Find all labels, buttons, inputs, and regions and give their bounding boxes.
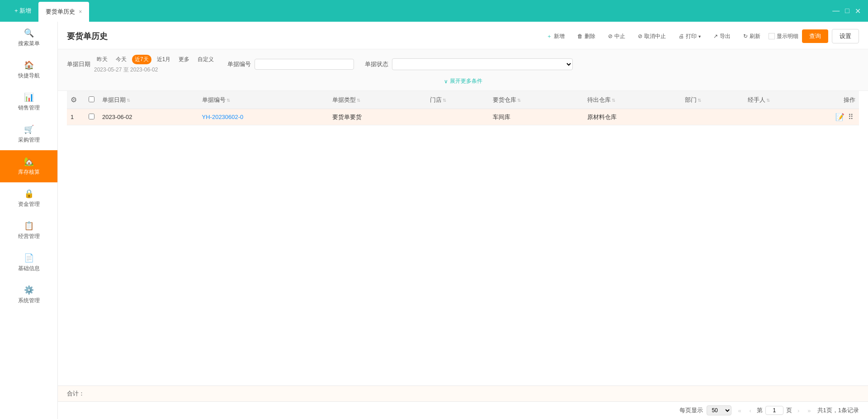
filter-docno-input[interactable]	[255, 59, 354, 70]
stop-icon: ⊘	[608, 33, 613, 39]
cancel-stop-button[interactable]: ⊘ 取消中止	[633, 30, 670, 43]
window-minimize-icon[interactable]: —	[832, 7, 840, 15]
cell-req-warehouse: 车间库	[489, 109, 584, 125]
sort-dept-icon[interactable]: ⇅	[698, 98, 701, 103]
next-page-button[interactable]: ›	[795, 406, 802, 415]
prev-page-button[interactable]: ‹	[747, 406, 754, 415]
expand-more-button[interactable]: ∨ 展开更多条件	[444, 77, 482, 85]
sort-store-icon[interactable]: ⇅	[443, 98, 446, 103]
footer-sum-label: 合计：	[67, 390, 85, 397]
th-doc-type: 单据类型⇅	[329, 91, 427, 109]
page-label-suffix: 页	[786, 406, 792, 414]
date-shortcut-7days[interactable]: 近7天	[132, 55, 151, 64]
date-shortcut-more[interactable]: 更多	[176, 55, 192, 64]
page-header: 要货单历史 ＋ 新增 🗑 删除 ⊘ 中止	[58, 22, 868, 49]
sidebar-item-sales-label: 销售管理	[18, 104, 40, 112]
last-page-button[interactable]: »	[805, 406, 813, 415]
sidebar-item-inventory[interactable]: 🏡 库存核算	[0, 150, 57, 182]
tab-requisition-history[interactable]: 要货单历史 ×	[38, 2, 89, 22]
sort-doc-no-icon[interactable]: ⇅	[226, 98, 230, 103]
basic-info-icon: 📄	[24, 253, 34, 263]
th-dept: 部门⇅	[681, 91, 744, 109]
date-shortcut-1month[interactable]: 近1月	[154, 55, 174, 64]
export-icon: ↗	[713, 33, 718, 39]
th-doc-date: 单据日期⇅	[99, 91, 198, 109]
filter-date-group: 昨天 今天 近7天 近1月 更多 自定义 2023-05-27 至 2023-0…	[94, 55, 217, 74]
window-maximize-icon[interactable]: □	[845, 7, 849, 15]
cell-checkbox	[85, 109, 99, 125]
sidebar-item-finance[interactable]: 🔒 资金管理	[0, 182, 57, 214]
cell-handler	[744, 109, 823, 125]
sort-handler-icon[interactable]: ⇅	[766, 98, 770, 103]
ops-icon: 📋	[24, 221, 34, 231]
new-icon: ＋	[547, 33, 552, 40]
content-area: 要货单历史 ＋ 新增 🗑 删除 ⊘ 中止	[58, 22, 868, 419]
sidebar-item-ops[interactable]: 📋 经营管理	[0, 214, 57, 247]
filter-date-label: 单据日期	[67, 60, 90, 68]
search-menu-icon: 🔍	[24, 28, 34, 38]
refresh-button[interactable]: ↻ 刷新	[739, 30, 765, 43]
page-number-input[interactable]	[765, 406, 783, 415]
table-row[interactable]: 1 2023-06-02 YH-20230602-0 要货单要货 车间库 原材料…	[67, 109, 859, 125]
stop-button[interactable]: ⊘ 中止	[604, 30, 630, 43]
query-button[interactable]: 查询	[802, 29, 828, 43]
export-button[interactable]: ↗ 导出	[709, 30, 735, 43]
inventory-icon: 🏡	[24, 157, 34, 167]
date-shortcut-today[interactable]: 今天	[113, 55, 129, 64]
cell-store	[426, 109, 489, 125]
print-button[interactable]: 🖨 打印 ▾	[674, 30, 705, 43]
sort-doc-date-icon[interactable]: ⇅	[127, 98, 130, 103]
sidebar-item-sales[interactable]: 📊 销售管理	[0, 86, 57, 118]
total-info: 共1页，1条记录	[817, 406, 859, 414]
th-handler: 经手人⇅	[744, 91, 823, 109]
cell-doc-no[interactable]: YH-20230602-0	[198, 109, 329, 125]
date-shortcut-custom[interactable]: 自定义	[195, 55, 217, 64]
window-close-icon[interactable]: ✕	[855, 7, 861, 15]
sort-req-warehouse-icon[interactable]: ⇅	[517, 98, 521, 103]
th-store: 门店⇅	[426, 91, 489, 109]
refresh-icon: ↻	[743, 33, 748, 39]
row-checkbox[interactable]	[89, 114, 94, 119]
filter-docno-label: 单据编号	[227, 60, 251, 68]
cell-doc-date: 2023-06-02	[99, 109, 198, 125]
settings-button[interactable]: 设置	[832, 29, 859, 43]
quick-nav-icon: 🏠	[24, 60, 34, 70]
sidebar-item-quick-nav[interactable]: 🏠 快捷导航	[0, 54, 57, 86]
row-edit-icon[interactable]: 📝	[835, 113, 844, 121]
delete-button[interactable]: 🗑 删除	[573, 30, 600, 43]
toolbar: ＋ 新增 🗑 删除 ⊘ 中止 ⊘ 取消中止	[542, 29, 859, 43]
row-more-icon[interactable]: ⠿	[848, 113, 854, 121]
page-size-select[interactable]: 20 50 100	[707, 405, 731, 415]
display-detail-checkbox[interactable]	[769, 33, 775, 39]
cell-dept	[681, 109, 744, 125]
th-pending-warehouse: 待出仓库⇅	[584, 91, 682, 109]
sidebar-item-system[interactable]: ⚙️ 系统管理	[0, 279, 57, 311]
sales-icon: 📊	[24, 92, 34, 102]
sidebar-item-basic-info[interactable]: 📄 基础信息	[0, 247, 57, 279]
table-header-row: ⚙ 单据日期⇅ 单据编号⇅	[67, 91, 859, 109]
first-page-button[interactable]: «	[735, 406, 744, 415]
print-icon: 🖨	[679, 33, 684, 39]
cell-pending-warehouse: 原材料仓库	[584, 109, 682, 125]
table-footer: 合计：	[58, 386, 868, 401]
sidebar-item-search-menu[interactable]: 🔍 搜索菜单	[0, 22, 57, 54]
sort-doc-type-icon[interactable]: ⇅	[357, 98, 360, 103]
tab-close-icon[interactable]: ×	[79, 9, 82, 15]
cell-index: 1	[67, 109, 85, 125]
page-label-prefix: 第	[757, 406, 763, 414]
filter-status-label: 单据状态	[365, 60, 388, 68]
date-shortcuts: 昨天 今天 近7天 近1月 更多 自定义	[94, 55, 217, 64]
tab-home[interactable]: + 新增	[7, 0, 38, 22]
pagination-area: 每页显示 20 50 100 « ‹ 第 页 › »	[58, 401, 868, 419]
filter-area: 单据日期 昨天 今天 近7天 近1月 更多 自定义 2	[58, 49, 868, 91]
sidebar-item-purchase[interactable]: 🛒 采购管理	[0, 118, 57, 150]
sidebar-item-quick-nav-label: 快捷导航	[18, 72, 40, 80]
date-shortcut-yesterday[interactable]: 昨天	[94, 55, 110, 64]
table-settings-icon[interactable]: ⚙	[71, 96, 77, 104]
new-button[interactable]: ＋ 新增	[542, 30, 569, 43]
filter-status-select[interactable]	[392, 58, 573, 70]
display-detail-toggle[interactable]: 显示明细	[769, 33, 798, 40]
page-nav: « ‹ 第 页 › »	[735, 406, 813, 415]
sort-pending-warehouse-icon[interactable]: ⇅	[612, 98, 615, 103]
select-all-checkbox[interactable]	[89, 96, 94, 102]
